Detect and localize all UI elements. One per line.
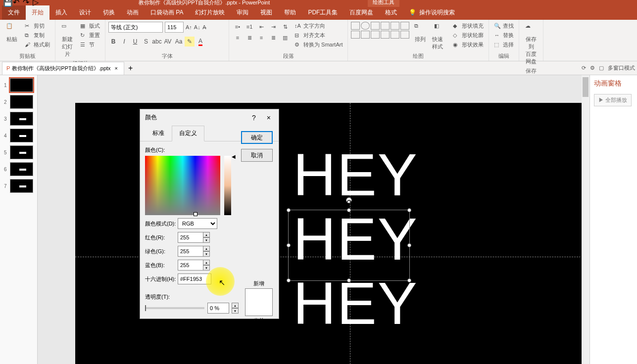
- green-down[interactable]: ▼: [203, 251, 210, 257]
- shape-7[interactable]: [351, 31, 360, 39]
- add-tab-button[interactable]: +: [124, 62, 137, 75]
- thumb-4[interactable]: [10, 129, 33, 142]
- tab-custom[interactable]: 自定义: [172, 126, 204, 141]
- slide-text-1[interactable]: HEY: [293, 140, 418, 209]
- tab-design[interactable]: 设计: [73, 5, 97, 20]
- thumb-6[interactable]: [10, 162, 33, 176]
- slide-canvas[interactable]: HEY HEY HEY ⟳: [38, 75, 589, 364]
- green-up[interactable]: ▲: [203, 246, 210, 251]
- cut-button[interactable]: ✂剪切: [23, 22, 52, 30]
- shape-9[interactable]: [371, 31, 380, 39]
- tab-slideshow[interactable]: 幻灯片放映: [189, 5, 231, 20]
- window-icon[interactable]: ▢: [599, 65, 604, 71]
- italic-button[interactable]: I: [119, 37, 129, 46]
- gear-icon[interactable]: ⚙: [590, 65, 595, 71]
- red-input[interactable]: [178, 232, 203, 243]
- layout-button[interactable]: ▦版式: [78, 22, 102, 30]
- dialog-help-button[interactable]: ?: [249, 114, 259, 122]
- columns-button[interactable]: ▥: [280, 33, 291, 43]
- underline-button[interactable]: U: [130, 37, 140, 46]
- thumb-7[interactable]: [10, 179, 33, 193]
- strike-button[interactable]: S: [141, 37, 151, 46]
- transp-up[interactable]: ▲: [232, 303, 239, 308]
- multi-window-label[interactable]: 多窗口模式: [608, 64, 635, 72]
- shape-line[interactable]: [400, 22, 409, 30]
- handle-tc[interactable]: [347, 208, 351, 212]
- shape-effects-button[interactable]: ◉形状效果: [451, 41, 486, 49]
- redo-icon[interactable]: ↷: [23, 0, 30, 4]
- format-painter-button[interactable]: 🖌格式刷: [23, 41, 52, 49]
- indent-dec-button[interactable]: ⇤: [256, 22, 267, 32]
- tab-format[interactable]: 格式: [379, 5, 403, 20]
- luminance-strip[interactable]: ◀: [224, 156, 231, 215]
- refresh-icon[interactable]: ⟳: [582, 65, 586, 71]
- handle-ml[interactable]: [287, 243, 291, 247]
- shape-11[interactable]: [391, 31, 399, 39]
- shape-fill-button[interactable]: ◆形状填充: [451, 22, 486, 30]
- green-input[interactable]: [178, 246, 203, 257]
- shadow-button[interactable]: abc: [152, 37, 162, 46]
- tab-pocket-anim[interactable]: 口袋动画 PA: [145, 5, 189, 20]
- shape-12[interactable]: [400, 31, 409, 39]
- bold-button[interactable]: B: [108, 37, 118, 46]
- thumb-1[interactable]: [10, 78, 33, 92]
- luminance-arrow-icon[interactable]: ◀: [232, 154, 236, 159]
- font-color-button[interactable]: A: [196, 37, 205, 46]
- color-crosshair[interactable]: [194, 212, 197, 216]
- change-case-button[interactable]: Aa: [174, 37, 184, 46]
- line-spacing-button[interactable]: ⇅: [280, 22, 291, 32]
- reset-button[interactable]: ↻重置: [78, 31, 102, 40]
- transp-down[interactable]: ▼: [232, 308, 239, 314]
- blue-down[interactable]: ▼: [203, 265, 210, 271]
- font-size-select[interactable]: [165, 22, 184, 33]
- handle-tl[interactable]: [287, 208, 291, 212]
- section-button[interactable]: ☰节: [78, 41, 102, 49]
- handle-bl[interactable]: [287, 278, 291, 282]
- vertical-scrollbar[interactable]: [582, 75, 589, 364]
- play-all-button[interactable]: ▶ 全部播放: [594, 94, 632, 106]
- tab-home[interactable]: 开始: [26, 5, 49, 20]
- bullets-button[interactable]: ≡•: [232, 22, 243, 32]
- transparency-slider[interactable]: [145, 307, 204, 309]
- numbering-button[interactable]: ≡1: [244, 22, 255, 32]
- char-spacing-button[interactable]: AV: [163, 37, 173, 46]
- font-name-select[interactable]: [108, 22, 163, 33]
- paste-button[interactable]: 📋 粘贴: [3, 22, 21, 44]
- thumb-3[interactable]: [10, 112, 33, 126]
- handle-tr[interactable]: [407, 208, 411, 212]
- indent-inc-button[interactable]: ⇥: [268, 22, 279, 32]
- baidu-save-button[interactable]: ☁ 保存到 百度网盘: [522, 22, 540, 66]
- align-center-button[interactable]: ≣: [244, 33, 255, 43]
- handle-bc[interactable]: [347, 278, 351, 282]
- tab-transitions[interactable]: 切换: [97, 5, 121, 20]
- find-button[interactable]: 🔍查找: [492, 22, 516, 30]
- align-right-button[interactable]: ≡: [256, 33, 267, 43]
- align-text-button[interactable]: ⊟对齐文本: [293, 31, 344, 40]
- transparency-input[interactable]: [207, 303, 229, 314]
- clear-format-icon[interactable]: A̶: [202, 24, 206, 31]
- color-model-select[interactable]: RGB: [178, 218, 217, 229]
- shape-tri[interactable]: [371, 22, 380, 30]
- rotate-handle[interactable]: ⟳: [346, 197, 352, 203]
- blue-input[interactable]: [178, 260, 203, 271]
- new-slide-button[interactable]: ▭ 新建 幻灯片: [58, 22, 76, 59]
- tab-file[interactable]: 文件: [2, 5, 26, 20]
- increase-font-icon[interactable]: A↑: [186, 24, 192, 30]
- undo-icon[interactable]: ↶: [13, 0, 20, 4]
- handle-br[interactable]: [407, 278, 411, 282]
- tab-pdf[interactable]: PDF工具集: [302, 5, 343, 20]
- close-tab-button[interactable]: ×: [113, 65, 120, 71]
- scrollbar-thumb[interactable]: [583, 77, 588, 97]
- copy-button[interactable]: ⧉复制: [23, 31, 52, 40]
- smartart-button[interactable]: ⚙转换为 SmartArt: [293, 41, 344, 49]
- tab-view[interactable]: 视图: [254, 5, 278, 20]
- start-icon[interactable]: ▷: [33, 0, 40, 4]
- highlight-button[interactable]: ✎: [185, 37, 195, 46]
- shape-gallery[interactable]: [351, 22, 409, 39]
- red-down[interactable]: ▼: [203, 237, 210, 243]
- color-field[interactable]: [145, 156, 220, 215]
- hex-input[interactable]: [178, 273, 211, 284]
- shape-8[interactable]: [361, 31, 370, 39]
- select-button[interactable]: ⬚选择: [492, 41, 516, 49]
- tab-standard[interactable]: 标准: [145, 126, 172, 141]
